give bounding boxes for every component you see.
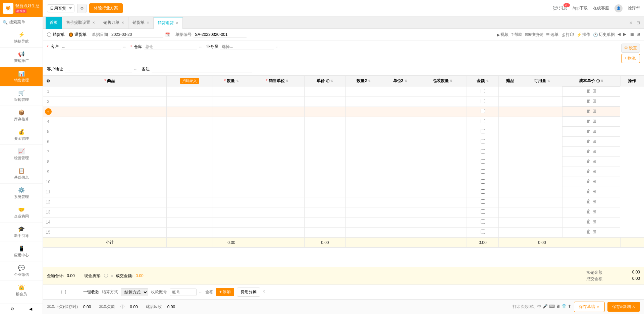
product-cell[interactable] <box>53 137 167 147</box>
delete-row-btn[interactable]: 🗑 <box>586 128 591 135</box>
account-input[interactable] <box>170 289 197 296</box>
sidebar-item-wechat[interactable]: 💬 企业微信 <box>0 261 43 281</box>
gift-cell[interactable] <box>467 107 498 117</box>
gift-checkbox[interactable] <box>481 99 485 103</box>
sidebar-item-marketing[interactable]: 📢 营销推广 <box>0 48 43 67</box>
gift-cell[interactable] <box>467 207 498 217</box>
add-payment-btn[interactable]: + 添加 <box>216 288 234 296</box>
search-menu[interactable]: 🔍 搜索菜单 <box>0 17 43 28</box>
app-download-link[interactable]: App下载 <box>573 5 588 11</box>
action-print[interactable]: 🖨 打印 <box>561 32 574 38</box>
tab-sales-order[interactable]: 销售订单 ✕ <box>99 17 128 29</box>
list-view-icon[interactable]: ▦ <box>630 32 634 38</box>
sidebar-item-inventory[interactable]: 📦 库存核算 <box>0 106 43 125</box>
one-key-pay-checkbox[interactable] <box>47 290 80 294</box>
salesperson-select-btn[interactable]: ··· <box>276 45 279 49</box>
keyboard-icon[interactable]: ⌨ <box>549 304 555 310</box>
sidebar-item-member[interactable]: 👑 畅会员 <box>0 281 43 300</box>
industry-select[interactable]: 日用百货 <box>47 4 74 12</box>
copy-row-btn[interactable]: ⊞ <box>592 219 596 226</box>
delete-row-btn[interactable]: 🗑 <box>586 108 591 115</box>
sidebar-settings-icon[interactable]: ⚙ <box>10 307 14 311</box>
experience-btn[interactable]: 体验行业方案 <box>89 3 123 13</box>
radio-delivery[interactable]: 销货单 <box>47 32 65 38</box>
tab-close-all[interactable]: ✕ <box>627 20 635 25</box>
product-cell[interactable] <box>53 227 167 238</box>
delete-row-btn[interactable]: 🗑 <box>586 138 591 145</box>
sidebar-item-enterprise[interactable]: 🤝 企业协同 <box>0 203 43 223</box>
gift-cell[interactable] <box>467 127 498 137</box>
tab-price-close[interactable]: ✕ <box>92 21 95 24</box>
product-cell[interactable] <box>53 147 167 157</box>
product-cell[interactable] <box>53 107 167 117</box>
add-row-btn[interactable]: + <box>45 108 52 115</box>
radio-delivery-input[interactable] <box>47 33 51 37</box>
copy-row-btn[interactable]: ⊞ <box>592 229 596 236</box>
th-product[interactable]: * 商品 <box>53 76 167 86</box>
sidebar-item-appstore[interactable]: 📱 应用中心 <box>0 242 43 261</box>
gift-cell[interactable] <box>467 197 498 207</box>
th-gear[interactable]: ⚙ <box>43 76 53 86</box>
save-new-btn[interactable]: 保存&新增 ∧ <box>607 302 640 312</box>
action-help[interactable]: ? 帮助 <box>511 32 522 38</box>
tab-sales-delivery-close[interactable]: ✕ <box>147 21 149 24</box>
th-gift[interactable]: 赠品 <box>498 76 522 86</box>
delete-row-btn[interactable]: 🗑 <box>586 88 591 95</box>
copy-row-btn[interactable]: ⊞ <box>592 98 596 105</box>
delete-row-btn[interactable]: 🗑 <box>586 159 591 165</box>
gift-checkbox[interactable] <box>481 169 485 174</box>
add-logistics-btn[interactable]: + 物流 <box>621 54 640 63</box>
gift-checkbox[interactable] <box>481 219 485 224</box>
gift-cell[interactable] <box>467 227 498 238</box>
th-price[interactable]: 单价 ⓘ ⇅ <box>305 76 346 86</box>
th-qty2[interactable]: 数量2 ⇅ <box>345 76 382 86</box>
product-cell[interactable] <box>53 217 167 227</box>
tab-sales-delivery[interactable]: 销货单 ✕ <box>128 17 154 29</box>
action-history[interactable]: 🕐 历史单据 <box>593 32 615 38</box>
calc-method-select[interactable]: 结算方式 <box>121 288 148 296</box>
shortcut-s-icon[interactable]: 中 <box>537 304 541 310</box>
prev-doc-icon[interactable]: ◀ <box>618 32 621 38</box>
docnum-input[interactable] <box>194 32 247 38</box>
th-available[interactable]: 可用量 ⇅ <box>522 76 562 86</box>
copy-row-btn[interactable]: ⊞ <box>592 88 596 95</box>
action-shortcut[interactable]: ⌨ 快捷键 <box>525 32 543 38</box>
copy-row-btn[interactable]: ⊞ <box>592 108 596 115</box>
delete-row-btn[interactable]: 🗑 <box>586 229 591 236</box>
action-operate[interactable]: ⚡ 操作 <box>577 32 590 38</box>
copy-row-btn[interactable]: ⊞ <box>592 159 596 165</box>
sidebar-item-sales[interactable]: 📊 销售管理 <box>0 67 43 86</box>
gift-checkbox[interactable] <box>481 159 485 164</box>
copy-row-btn[interactable]: ⊞ <box>592 169 596 175</box>
save-draft-btn[interactable]: 保存草稿 ∧ <box>574 302 604 312</box>
copy-row-btn[interactable]: ⊞ <box>592 148 596 155</box>
expense-split-btn[interactable]: 费用分摊 <box>237 288 260 297</box>
delete-row-btn[interactable]: 🗑 <box>586 98 591 105</box>
sidebar-item-quick-nav[interactable]: ⚡ 快捷导航 <box>0 28 43 48</box>
sidebar-collapse-icon[interactable]: ◀ <box>29 307 32 311</box>
salesperson-input[interactable] <box>220 44 274 50</box>
online-service-link[interactable]: 在线客服 <box>593 5 609 11</box>
tab-home[interactable]: 首页 <box>46 17 62 29</box>
gift-checkbox[interactable] <box>481 230 485 234</box>
sidebar-item-finance[interactable]: 💰 资金管理 <box>0 125 43 145</box>
sidebar-item-newbie[interactable]: 🎓 新手引导 <box>0 223 43 242</box>
gift-cell[interactable] <box>467 97 498 107</box>
product-cell[interactable] <box>53 207 167 217</box>
gift-checkbox[interactable] <box>481 209 485 214</box>
next-doc-icon[interactable]: ▶ <box>623 32 626 38</box>
th-scan[interactable]: 扫码录入 <box>166 76 213 86</box>
calendar-icon[interactable]: 📅 <box>165 33 170 37</box>
gift-cell[interactable] <box>467 187 498 197</box>
copy-row-btn[interactable]: ⊞ <box>592 209 596 215</box>
gift-cell[interactable] <box>467 157 498 167</box>
gift-checkbox[interactable] <box>481 129 485 133</box>
mic-icon[interactable]: 🎤 <box>543 304 548 310</box>
sidebar-item-operation[interactable]: 📈 经营管理 <box>0 145 43 164</box>
delete-row-btn[interactable]: 🗑 <box>586 199 591 205</box>
tshirt-icon[interactable]: 👕 <box>561 304 567 310</box>
warehouse-input[interactable] <box>144 44 197 50</box>
product-cell[interactable] <box>53 187 167 197</box>
grid-view-icon[interactable]: ⊞ <box>637 32 640 38</box>
copy-row-btn[interactable]: ⊞ <box>592 199 596 205</box>
